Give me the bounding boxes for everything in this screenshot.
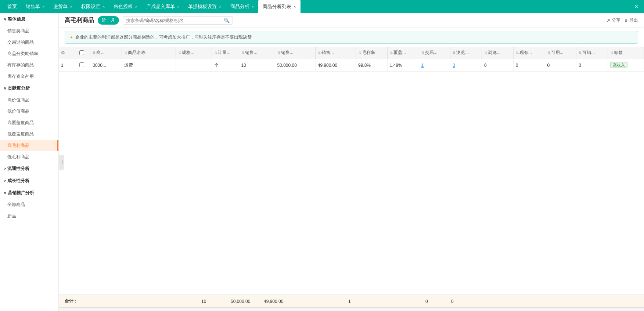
- sidebar-item-高价值商品[interactable]: 高价值商品: [0, 94, 58, 106]
- footer-sales1: 10: [199, 299, 229, 304]
- sidebar-item-库存资金占用[interactable]: 库存资金占用: [0, 71, 58, 82]
- search-icon[interactable]: 🔍: [224, 18, 230, 23]
- nav-item-进货单[interactable]: 进货单×: [49, 0, 76, 13]
- col-header-3[interactable]: ⇅商品名称: [122, 47, 176, 59]
- group-arrow-icon: >: [4, 179, 6, 183]
- sidebar-group-贡献度分析[interactable]: ∨贡献度分析: [0, 82, 58, 94]
- row-checkbox[interactable]: [79, 62, 84, 67]
- nav-item-权限设置[interactable]: 权限设置×: [77, 0, 109, 13]
- data-table: ⚙⇅商...⇅商品名称⇅规格...⇅计量...⇅销售...⇅销售...⇅销售..…: [59, 47, 644, 72]
- link-cell[interactable]: 1: [421, 63, 424, 68]
- checkbox-cell[interactable]: [77, 59, 90, 72]
- col-header-1[interactable]: [77, 47, 90, 59]
- col-header-0[interactable]: ⚙: [59, 47, 77, 59]
- table-row: 10000...运费个1050,000.0049,900.0099.8%1.49…: [59, 59, 644, 72]
- seq-cell: 1: [59, 59, 77, 72]
- tip-text: 企业的主要的利润都是这部分商品创造的，可考虑加大推广，同时关注库存是不要出现缺货: [75, 34, 252, 40]
- col-header-8[interactable]: ⇅销售...: [315, 47, 356, 59]
- sidebar-collapse-button[interactable]: 《: [59, 155, 64, 170]
- nav-close-icon[interactable]: ×: [252, 4, 254, 9]
- sort-icon-8: ⇅: [318, 51, 321, 55]
- export-button[interactable]: ⬇ 导出: [624, 17, 638, 23]
- tip-icon: ✦: [69, 35, 73, 40]
- sort-icon-2: ⇅: [93, 51, 96, 55]
- sort-icon-4: ⇅: [178, 51, 181, 55]
- header-actions: ↗ 分享 ⬇ 导出: [607, 17, 638, 23]
- content-header: 高毛利商品 近一月 🔍 ↗ 分享 ⬇ 导出: [59, 13, 644, 28]
- nav-item-产成品入库单[interactable]: 产成品入库单×: [142, 0, 184, 13]
- nav-close-icon[interactable]: ×: [135, 4, 137, 9]
- sidebar-item-新品[interactable]: 新品: [0, 210, 58, 222]
- col-header-6[interactable]: ⇅销售...: [239, 47, 275, 59]
- close-window-button[interactable]: ×: [632, 3, 641, 10]
- nav-close-icon[interactable]: ×: [102, 4, 105, 9]
- col-header-15[interactable]: ⇅可用...: [545, 47, 576, 59]
- sidebar-item-低价值商品[interactable]: 低价值商品: [0, 106, 58, 117]
- sort-icon-6: ⇅: [241, 51, 244, 55]
- settings-icon[interactable]: ⚙: [61, 50, 65, 55]
- sidebar-group-营销推广分析[interactable]: ∨营销推广分析: [0, 187, 58, 199]
- search-input[interactable]: [126, 18, 224, 23]
- nav-item-首页[interactable]: 首页: [3, 0, 21, 13]
- col-header-16[interactable]: ⇅可销...: [576, 47, 608, 59]
- footer-sales2: 50,000.00: [229, 299, 262, 304]
- sort-icon-13: ⇅: [484, 51, 487, 55]
- col-header-11[interactable]: ⇅交易...: [419, 47, 450, 59]
- sort-icon-15: ⇅: [547, 51, 550, 55]
- sidebar-item-有库存的商品[interactable]: 有库存的商品: [0, 59, 58, 71]
- col-header-10[interactable]: ⇅覆盖...: [387, 47, 419, 59]
- footer-browse2: [397, 299, 423, 304]
- col-header-4[interactable]: ⇅规格...: [176, 47, 212, 59]
- sidebar-item-高覆盖度商品[interactable]: 高覆盖度商品: [0, 117, 58, 129]
- group-arrow-icon: ∨: [4, 191, 6, 195]
- nav-item-商品分析[interactable]: 商品分析×: [226, 0, 258, 13]
- sidebar-item-交易过的商品[interactable]: 交易过的商品: [0, 37, 58, 48]
- col-header-14[interactable]: ⇅现有...: [513, 47, 545, 59]
- footer-trade: 1: [346, 299, 372, 304]
- col-header-9[interactable]: ⇅毛利率: [356, 47, 388, 59]
- nav-item-销售单[interactable]: 销售单×: [21, 0, 49, 13]
- footer-cells: 10 50,000.00 49,900.00 1 0 0: [78, 299, 638, 304]
- trade-cell[interactable]: 1: [419, 59, 450, 72]
- bottom-scrollbar[interactable]: [59, 307, 644, 311]
- filter-recent-month[interactable]: 近一月: [98, 16, 119, 25]
- select-all-checkbox[interactable]: [79, 50, 84, 55]
- table-footer: 合计： 10 50,000.00 49,900.00 1 0 0: [59, 294, 644, 307]
- link-cell[interactable]: 0: [453, 63, 455, 68]
- col-header-5[interactable]: ⇅计量...: [212, 47, 239, 59]
- tip-bar: ✦ 企业的主要的利润都是这部分商品创造的，可考虑加大推广，同时关注库存是不要出现…: [65, 31, 638, 44]
- nav-item-商品分析列表[interactable]: 商品分析列表×: [258, 0, 300, 13]
- sidebar-group-整体信息[interactable]: ∨整体信息: [0, 13, 58, 25]
- col-header-12[interactable]: ⇅浏览...: [450, 47, 482, 59]
- browse1-cell[interactable]: 0: [450, 59, 482, 72]
- sort-icon-9: ⇅: [358, 51, 361, 55]
- sort-icon-16: ⇅: [579, 51, 582, 55]
- footer-spacer: [78, 299, 199, 304]
- sidebar-item-商品分类助销率[interactable]: 商品分类助销率: [0, 48, 58, 59]
- page-title: 高毛利商品: [65, 17, 94, 24]
- nav-item-单据模板设置[interactable]: 单据模板设置×: [184, 0, 226, 13]
- gross-rate-cell: 99.8%: [356, 59, 388, 72]
- nav-close-icon[interactable]: ×: [219, 4, 221, 9]
- tag-cell[interactable]: 高收入: [608, 59, 644, 72]
- sidebar-item-低覆盖度商品[interactable]: 低覆盖度商品: [0, 129, 58, 140]
- nav-item-角色授权[interactable]: 角色授权×: [109, 0, 141, 13]
- footer-browse1: [372, 299, 397, 304]
- nav-close-icon[interactable]: ×: [294, 4, 296, 9]
- group-arrow-icon: >: [4, 167, 6, 171]
- data-table-container: ⚙⇅商...⇅商品名称⇅规格...⇅计量...⇅销售...⇅销售...⇅销售..…: [59, 47, 644, 294]
- sidebar-item-全部商品[interactable]: 全部商品: [0, 199, 58, 210]
- col-header-17[interactable]: ⇅标签: [608, 47, 644, 59]
- col-header-13[interactable]: ⇅浏览...: [482, 47, 514, 59]
- sidebar-item-高毛利商品[interactable]: 高毛利商品: [0, 140, 58, 151]
- col-header-7[interactable]: ⇅销售...: [275, 47, 315, 59]
- nav-close-icon[interactable]: ×: [42, 4, 44, 9]
- sidebar-item-销售类商品[interactable]: 销售类商品: [0, 25, 58, 37]
- sidebar-group-流通性分析[interactable]: >流通性分析: [0, 163, 58, 175]
- share-button[interactable]: ↗ 分享: [607, 17, 620, 23]
- nav-close-icon[interactable]: ×: [70, 4, 72, 9]
- col-header-2[interactable]: ⇅商...: [90, 47, 122, 59]
- nav-close-icon[interactable]: ×: [177, 4, 179, 9]
- sidebar-item-低毛利商品[interactable]: 低毛利商品: [0, 151, 58, 163]
- sidebar-group-成长性分析[interactable]: >成长性分析: [0, 175, 58, 187]
